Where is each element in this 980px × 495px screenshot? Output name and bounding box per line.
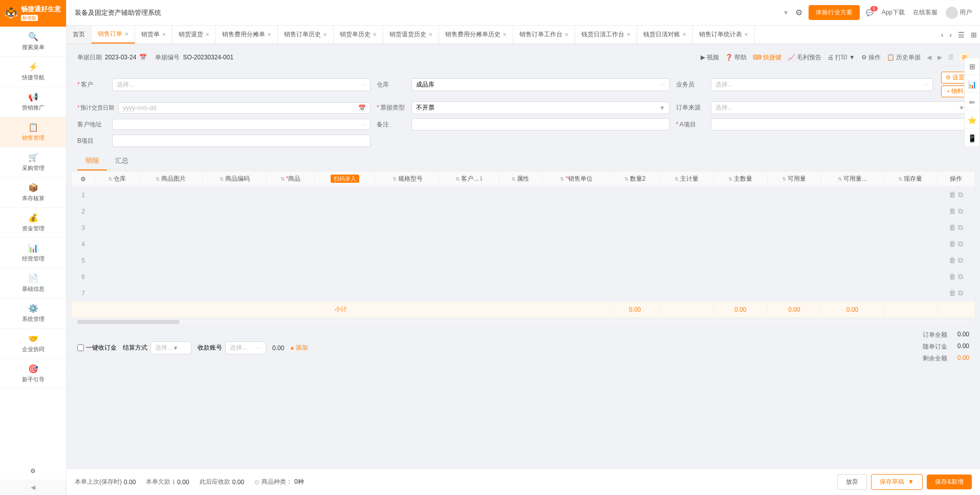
sidebar-item-basic-info[interactable]: 📄 基础信息 [0,268,66,298]
row-available[interactable] [767,203,821,220]
row-available2[interactable] [821,285,884,302]
right-panel-btn2[interactable]: 📊 [965,76,979,93]
row-customer-field[interactable] [440,252,498,269]
user-btn[interactable]: 用户 [946,7,972,19]
tab-close-icon[interactable]: ✕ [205,32,209,37]
copy-icon[interactable]: ⧉ [958,207,963,216]
calendar-icon[interactable]: 📅 [139,54,147,61]
row-product[interactable] [267,220,314,236]
row-main-unit[interactable] [660,220,713,236]
row-main-unit[interactable] [660,285,713,302]
sidebar-item-marketing[interactable]: 📢 营销推广 [0,87,66,117]
save-new-btn[interactable]: 保存&新增 [927,475,972,489]
draft-dropdown-icon[interactable]: ▼ [908,478,914,485]
tab-next-btn[interactable]: › [946,31,955,39]
tab-prev-btn[interactable]: ‹ [938,31,947,39]
copy-icon[interactable]: ⧉ [958,272,963,281]
tab-close-icon[interactable]: ✕ [564,32,569,37]
row-qty2[interactable] [610,203,660,220]
right-panel-btn4[interactable]: ⭐ [965,112,979,129]
sidebar-item-quicknav[interactable]: ⚡ 快捷导航 [0,57,66,87]
order-source-input[interactable]: 选择... ▼ [711,101,969,114]
row-customer-field[interactable] [440,285,498,302]
row-warehouse[interactable] [95,269,139,285]
sidebar-item-search[interactable]: 🔍 搜索菜单 [0,27,66,57]
receipt-account-select[interactable]: 选择... ··· [225,341,266,354]
industry-btn[interactable]: 体验行业方案 [809,5,860,20]
nav-next-icon[interactable]: ▶ [938,54,942,61]
row-customer-field[interactable] [440,236,498,252]
salesperson-dots-icon[interactable]: ··· [923,81,928,88]
row-available2[interactable] [821,203,884,220]
tab-close-icon[interactable]: ✕ [373,32,377,37]
row-spec[interactable] [376,203,440,220]
tab-close-icon[interactable]: ✕ [503,32,507,37]
payment-method-select[interactable]: 选择... ▼ [150,341,191,354]
row-warehouse[interactable] [95,252,139,269]
copy-icon[interactable]: ⧉ [958,256,963,265]
row-available[interactable] [767,187,821,203]
table-settings-icon[interactable]: ⚙ [80,176,86,183]
row-customer-field[interactable] [440,220,498,236]
row-qty2[interactable] [610,236,660,252]
row-qty2[interactable] [610,285,660,302]
shortcut-btn[interactable]: ⌨ 快捷键 [753,53,781,62]
row-attributes[interactable] [498,269,542,285]
sidebar-settings[interactable]: ⚙ [0,462,66,480]
row-attributes[interactable] [498,203,542,220]
tab-sales-order[interactable]: 销售订单 ✕ [92,26,135,44]
row-attributes[interactable] [498,236,542,252]
row-available2[interactable] [821,187,884,203]
row-product-code[interactable] [203,187,267,203]
row-attributes[interactable] [498,252,542,269]
row-main-qty[interactable] [713,285,767,302]
calendar2-icon[interactable]: 📅 [358,104,366,112]
row-product-code[interactable] [203,203,267,220]
delete-icon[interactable]: 🗑 [949,207,956,216]
row-product-code[interactable] [203,252,267,269]
view-btn[interactable]: ▶ 视频 [701,53,719,62]
row-main-unit[interactable] [660,187,713,203]
row-available[interactable] [767,285,821,302]
row-main-qty[interactable] [713,252,767,269]
scrollbar-thumb[interactable] [77,320,180,324]
remark-input[interactable] [411,118,670,131]
warehouse-input[interactable]: 成品库 ··· [411,78,670,91]
row-warehouse[interactable] [95,285,139,302]
tab-expense-history[interactable]: 销售费用分摊单历史 ✕ [439,26,513,44]
row-warehouse[interactable] [95,187,139,203]
right-panel-btn5[interactable]: 📱 [965,130,979,147]
row-product-code[interactable] [203,285,267,302]
row-main-qty[interactable] [713,236,767,252]
row-attributes[interactable] [498,187,542,203]
delivery-date-input[interactable]: yyyy-mm-dd 📅 [118,102,371,114]
row-product[interactable] [267,252,314,269]
history-btn[interactable]: 📋 历史单据 [887,53,921,62]
row-spec[interactable] [376,187,440,203]
delete-icon[interactable]: 🗑 [949,289,956,297]
row-main-unit[interactable] [660,203,713,220]
col-scan[interactable]: 扫码录入 [314,171,376,187]
row-main-unit[interactable] [660,236,713,252]
tab-add-btn[interactable]: ⊞ [968,31,980,39]
delete-icon[interactable]: 🗑 [949,256,956,265]
app-download-btn[interactable]: App下载 [882,8,905,17]
customer-input[interactable]: 选择... ··· [112,78,371,91]
add-btn[interactable]: ● 添加 [290,343,308,352]
copy-icon[interactable]: ⧉ [958,240,963,248]
row-product-code[interactable] [203,269,267,285]
delete-icon[interactable]: 🗑 [949,240,956,248]
row-available2[interactable] [821,269,884,285]
row-available[interactable] [767,252,821,269]
row-available2[interactable] [821,236,884,252]
row-customer-field[interactable] [440,187,498,203]
row-available2[interactable] [821,252,884,269]
receipt-dots-icon[interactable]: ··· [256,345,262,352]
help-btn[interactable]: ❓ 帮助 [725,53,747,62]
row-attributes[interactable] [498,285,542,302]
row-sales-unit[interactable] [542,269,611,285]
row-main-qty[interactable] [713,220,767,236]
sidebar-item-newbie[interactable]: 🎯 新手引导 [0,359,66,389]
delete-icon[interactable]: 🗑 [949,223,956,232]
discard-btn[interactable]: 放弃 [837,474,867,490]
